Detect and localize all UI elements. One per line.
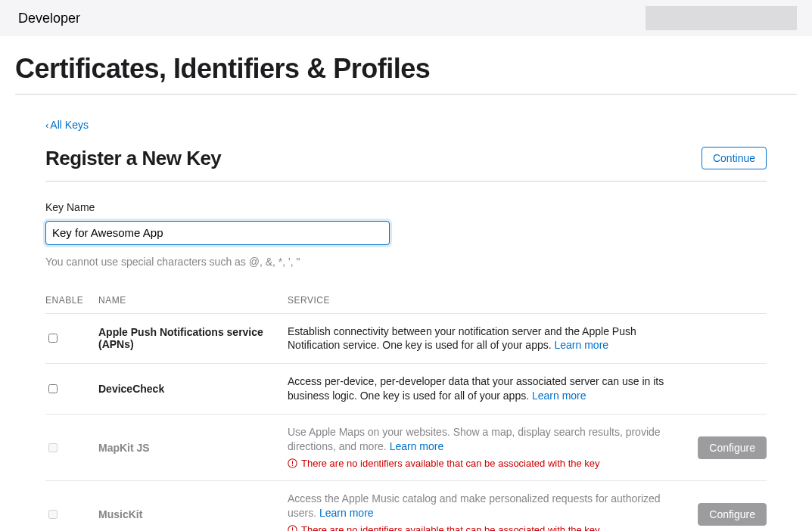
warning-icon: [288, 458, 297, 468]
learn-more-link[interactable]: Learn more: [319, 507, 374, 519]
learn-more-link[interactable]: Learn more: [555, 339, 609, 351]
column-name: NAME: [98, 295, 288, 306]
configure-button: Configure: [698, 436, 767, 459]
service-name: DeviceCheck: [98, 383, 288, 395]
key-name-help: You cannot use special characters such a…: [45, 256, 767, 268]
brand-logo[interactable]: Developer: [15, 11, 80, 26]
checkbox[interactable]: [48, 384, 58, 393]
continue-button[interactable]: Continue: [702, 147, 767, 169]
table-row: DeviceCheckAccess per-device, per-develo…: [45, 363, 767, 414]
services-table: ENABLE NAME SERVICE Apple Push Notificat…: [45, 295, 767, 532]
section-title: Register a New Key: [45, 147, 221, 170]
configure-button: Configure: [698, 503, 767, 526]
warning-line: There are no identifiers available that …: [288, 457, 668, 470]
service-description: Access the Apple Music catalog and make …: [288, 492, 698, 531]
warning-icon: [288, 525, 297, 531]
service-description: Access per-device, per-developer data th…: [288, 374, 698, 403]
svg-point-2: [292, 465, 293, 466]
key-name-label: Key Name: [45, 201, 767, 213]
chevron-left-icon: ‹: [45, 120, 48, 131]
service-description: Use Apple Maps on your websites. Show a …: [288, 425, 698, 470]
back-link-text: All Keys: [50, 119, 89, 131]
top-bar: Developer: [0, 0, 812, 36]
service-description: Establish connectivity between your noti…: [288, 324, 698, 353]
brand-text: Developer: [18, 11, 80, 26]
service-name: Apple Push Notifications service (APNs): [98, 326, 288, 350]
checkbox[interactable]: [48, 334, 58, 343]
learn-more-link[interactable]: Learn more: [532, 390, 586, 402]
warning-line: There are no identifiers available that …: [288, 523, 668, 531]
column-service: SERVICE: [288, 295, 698, 306]
table-row: MapKit JSUse Apple Maps on your websites…: [45, 414, 767, 480]
checkbox: [48, 443, 58, 452]
learn-more-link[interactable]: Learn more: [390, 440, 444, 452]
column-enable: ENABLE: [45, 295, 98, 306]
table-row: Apple Push Notifications service (APNs)E…: [45, 313, 767, 364]
page-title: Certificates, Identifiers & Profiles: [15, 36, 797, 95]
table-row: MusicKitAccess the Apple Music catalog a…: [45, 480, 767, 531]
search-placeholder[interactable]: [646, 6, 797, 30]
service-name: MusicKit: [98, 508, 288, 520]
key-name-input[interactable]: [45, 221, 390, 245]
back-link-all-keys[interactable]: ‹ All Keys: [45, 119, 89, 131]
checkbox: [48, 510, 58, 519]
service-name: MapKit JS: [98, 442, 288, 454]
